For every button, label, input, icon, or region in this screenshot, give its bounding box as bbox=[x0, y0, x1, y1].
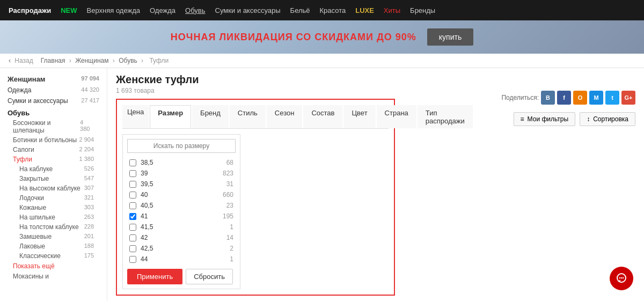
reset-filter-button[interactable]: Сбросить bbox=[186, 269, 233, 284]
sort-icon: ↕ bbox=[587, 115, 590, 123]
sidebar-item-kozhanye[interactable]: Кожаные 303 bbox=[0, 203, 107, 212]
size-row-44: 44 1 bbox=[127, 254, 236, 265]
sidebar-item-clothes[interactable]: Одежда 44 320 bbox=[0, 85, 107, 96]
sidebar-item-boots[interactable]: Ботинки и ботильоны 2 904 bbox=[0, 135, 107, 145]
filter-tabs: Цена Размер Бренд Стиль Сезон Состав Цве… bbox=[122, 105, 389, 129]
nav-luxe[interactable]: LUXE bbox=[355, 6, 374, 14]
svg-point-13 bbox=[619, 277, 620, 278]
nav-beauty[interactable]: Красота bbox=[320, 6, 346, 14]
sidebar-item-women[interactable]: Женщинам 97 094 bbox=[0, 74, 107, 85]
sidebar: Женщинам 97 094 Одежда 44 320 Сумки и ак… bbox=[0, 68, 107, 301]
nav-shoes[interactable]: Обувь bbox=[185, 6, 205, 14]
size-checkbox-415[interactable] bbox=[129, 224, 136, 231]
breadcrumb-back[interactable]: ‹ Назад bbox=[9, 57, 35, 64]
sidebar-item-zakrytye[interactable]: Закрытые 547 bbox=[0, 174, 107, 183]
sidebar-item-tufli[interactable]: Туфли 1 380 bbox=[0, 155, 107, 164]
size-row-425: 42,5 2 bbox=[127, 243, 236, 254]
nav-lingerie[interactable]: Бельё bbox=[290, 6, 310, 14]
size-row-41: 41 195 bbox=[127, 211, 236, 222]
size-row-39: 39 823 bbox=[127, 168, 236, 179]
size-row-415: 41,5 1 bbox=[127, 222, 236, 232]
nav-sales[interactable]: Распродажи bbox=[9, 6, 51, 14]
main-layout: Женщинам 97 094 Одежда 44 320 Сумки и ак… bbox=[0, 68, 644, 301]
social-vk[interactable]: В bbox=[541, 91, 555, 105]
sidebar-item-bags[interactable]: Сумки и аксессуары 27 417 bbox=[0, 96, 107, 106]
svg-point-15 bbox=[623, 277, 624, 278]
nav-clothes[interactable]: Одежда bbox=[150, 6, 175, 14]
size-row-395: 39,5 31 bbox=[127, 179, 236, 189]
chat-icon bbox=[616, 273, 627, 284]
sidebar-item-tolstyi-kabluk[interactable]: На толстом каблуке 228 bbox=[0, 222, 107, 232]
nav-brands[interactable]: Бренды bbox=[410, 6, 435, 14]
sidebar-header-shoes: Обувь bbox=[0, 106, 107, 118]
top-navigation: Распродажи NEW Верхняя одежда Одежда Обу… bbox=[0, 0, 644, 20]
breadcrumb-women[interactable]: Женщинам bbox=[75, 57, 108, 64]
size-checkbox-40[interactable] bbox=[129, 192, 136, 199]
tab-color[interactable]: Цвет bbox=[343, 105, 375, 128]
tab-season[interactable]: Сезон bbox=[267, 105, 303, 128]
sidebar-item-high-heel[interactable]: На высоком каблуке 307 bbox=[0, 183, 107, 193]
right-controls: Поделиться: В f О М t G+ ≡ Мои фильтры ↕ bbox=[501, 74, 635, 301]
apply-filter-button[interactable]: Применить bbox=[127, 269, 182, 284]
tab-size[interactable]: Размер bbox=[150, 105, 191, 128]
tab-brand[interactable]: Бренд bbox=[192, 105, 229, 128]
size-actions: Применить Сбросить bbox=[127, 269, 236, 284]
tab-sale-type[interactable]: Тип распродажи bbox=[418, 105, 473, 128]
promo-banner: НОЧНАЯ ЛИКВИДАЦИЯ СО СКИДКАМИ ДО 90% куп… bbox=[0, 20, 644, 54]
sort-button[interactable]: ↕ Сортировка bbox=[580, 112, 635, 126]
sidebar-item-sapogi[interactable]: Сапоги 2 204 bbox=[0, 145, 107, 155]
size-checkbox-425[interactable] bbox=[129, 245, 136, 252]
svg-point-14 bbox=[621, 277, 622, 278]
size-checkbox-405[interactable] bbox=[129, 202, 136, 209]
sidebar-item-lakovye[interactable]: Лаковые 188 bbox=[0, 241, 107, 251]
size-dropdown: 38,5 68 39 823 39,5 31 bbox=[122, 134, 240, 289]
nav-bags[interactable]: Сумки и аксессуары bbox=[215, 6, 281, 14]
sidebar-item-sandals[interactable]: Босоножки и шлепанцы 4 380 bbox=[0, 118, 107, 135]
tab-price[interactable]: Цена bbox=[122, 105, 149, 128]
size-list: 38,5 68 39 823 39,5 31 bbox=[127, 157, 236, 265]
sidebar-item-lodochki[interactable]: Лодочки 321 bbox=[0, 193, 107, 203]
content-area: Женские туфли 1 693 товара Цена Размер Б… bbox=[107, 68, 644, 301]
filter-icon: ≡ bbox=[521, 115, 524, 123]
filter-panel: Цена Размер Бренд Стиль Сезон Состав Цве… bbox=[116, 99, 395, 296]
page-title: Женские туфли bbox=[116, 74, 199, 86]
show-more-link[interactable]: Показать ещё bbox=[0, 261, 107, 271]
size-checkbox-385[interactable] bbox=[129, 159, 136, 166]
chat-bubble[interactable] bbox=[610, 267, 633, 290]
size-checkbox-44[interactable] bbox=[129, 256, 136, 263]
sidebar-item-klassicheskie[interactable]: Классические 175 bbox=[0, 251, 107, 261]
sidebar-item-na-kabluke[interactable]: На каблуке 526 bbox=[0, 164, 107, 174]
social-fb[interactable]: f bbox=[557, 91, 571, 105]
tab-composition[interactable]: Состав bbox=[303, 105, 342, 128]
sidebar-item-zamshevye[interactable]: Замшевые 201 bbox=[0, 232, 107, 241]
size-checkbox-41[interactable] bbox=[129, 213, 136, 220]
breadcrumb-home[interactable]: Главная bbox=[41, 57, 65, 64]
nav-new[interactable]: NEW bbox=[61, 6, 77, 14]
breadcrumb-shoes[interactable]: Обувь bbox=[119, 57, 137, 64]
banner-text: НОЧНАЯ ЛИКВИДАЦИЯ СО СКИДКАМИ ДО 90% bbox=[171, 32, 416, 43]
nav-hits[interactable]: Хиты bbox=[384, 6, 400, 14]
size-checkbox-42[interactable] bbox=[129, 234, 136, 241]
sidebar-item-na-shpilke[interactable]: На шпильке 263 bbox=[0, 212, 107, 222]
tab-style[interactable]: Стиль bbox=[230, 105, 266, 128]
size-row-40: 40 660 bbox=[127, 189, 236, 200]
page-header: Женские туфли 1 693 товара bbox=[116, 74, 493, 94]
breadcrumb: ‹ Назад Главная › Женщинам › Обувь › Туф… bbox=[0, 54, 644, 68]
tab-country[interactable]: Страна bbox=[377, 105, 416, 128]
item-count: 1 693 товара bbox=[116, 87, 199, 94]
social-mail[interactable]: М bbox=[589, 91, 603, 105]
nav-outerwear[interactable]: Верхняя одежда bbox=[87, 6, 140, 14]
size-row-385: 38,5 68 bbox=[127, 157, 236, 168]
size-search-input[interactable] bbox=[127, 139, 236, 153]
size-checkbox-39[interactable] bbox=[129, 170, 136, 177]
breadcrumb-current: Туфли bbox=[149, 57, 169, 64]
my-filters-button[interactable]: ≡ Мои фильтры bbox=[514, 112, 576, 126]
banner-buy-button[interactable]: купить bbox=[427, 28, 473, 46]
size-row-42: 42 14 bbox=[127, 232, 236, 243]
social-gplus[interactable]: G+ bbox=[621, 91, 635, 105]
sidebar-item-mokasiny[interactable]: Мокасины и bbox=[0, 271, 107, 281]
size-checkbox-395[interactable] bbox=[129, 181, 136, 188]
social-twitter[interactable]: t bbox=[605, 91, 619, 105]
social-ok[interactable]: О bbox=[573, 91, 587, 105]
share-label: Поделиться: bbox=[501, 94, 539, 101]
